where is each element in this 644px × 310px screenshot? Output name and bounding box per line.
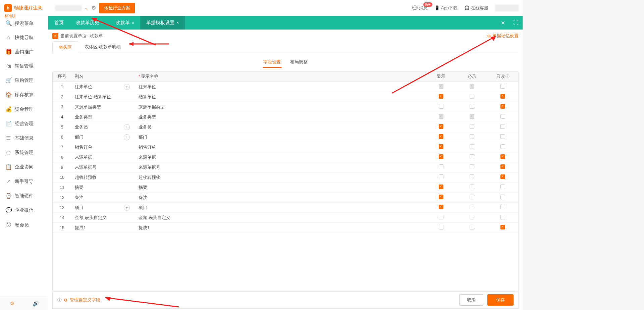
checkbox[interactable]	[439, 124, 443, 129]
app-download-link[interactable]: 📱 App下载	[434, 5, 458, 11]
sidebar-item[interactable]: 💬企业微信	[0, 203, 48, 217]
checkbox[interactable]	[439, 104, 443, 109]
sidebar-item[interactable]: ◌系统管理	[0, 145, 48, 160]
sidebar-item[interactable]: ☰基础信息	[0, 131, 48, 145]
sidebar-item[interactable]: ⌂快捷导航	[0, 31, 48, 45]
subtab-header-area[interactable]: 表头区	[52, 41, 78, 53]
memory-settings-link[interactable]: ⚙ 单据记忆设置	[487, 33, 519, 39]
checkbox[interactable]	[500, 164, 505, 169]
checkbox[interactable]	[439, 174, 443, 179]
fullscreen-icon[interactable]: ⛶	[509, 20, 523, 26]
plus-icon[interactable]: +	[124, 134, 130, 140]
plus-icon[interactable]: +	[124, 124, 130, 130]
grid-body[interactable]: 1往来单位+往来单位2往来单位.结算单位结算单位3来源单据类型来源单据类型4业务…	[53, 82, 518, 291]
checkbox[interactable]	[439, 134, 443, 139]
innertab-field-settings[interactable]: 字段设置	[263, 57, 281, 68]
cell-displayname[interactable]: 来源单据类型	[135, 102, 426, 112]
checkbox[interactable]	[439, 195, 443, 199]
checkbox[interactable]	[500, 174, 505, 179]
checkbox[interactable]	[500, 185, 505, 189]
cell-displayname[interactable]: 提成1	[135, 223, 426, 233]
tab-template-settings[interactable]: 单据模板设置×	[140, 16, 185, 30]
plus-icon[interactable]: +	[124, 84, 130, 90]
innertab-layout[interactable]: 布局调整	[289, 57, 308, 68]
tab-receipt[interactable]: 收款单×	[110, 16, 140, 30]
collapse-button[interactable]: »	[52, 33, 58, 39]
sidebar-item[interactable]: 🛒采购管理	[0, 73, 48, 88]
checkbox[interactable]	[500, 104, 505, 109]
sidebar-item[interactable]: 🎁营销推广	[0, 45, 48, 59]
checkbox[interactable]	[470, 215, 474, 219]
checkbox[interactable]	[470, 104, 474, 109]
checkbox[interactable]	[439, 205, 443, 209]
sidebar-item[interactable]: 📄经营管理	[0, 116, 48, 131]
cell-displayname[interactable]: 备注	[135, 193, 426, 203]
cell-displayname[interactable]: 金额-表头自定义	[135, 213, 426, 223]
checkbox[interactable]	[470, 205, 474, 209]
sidebar-item[interactable]: 💰资金管理	[0, 102, 48, 116]
tab-home[interactable]: 首页	[48, 16, 70, 30]
checkbox[interactable]	[439, 164, 443, 169]
checkbox[interactable]	[500, 195, 505, 199]
sidebar-item[interactable]: Ⓥ畅会员	[0, 217, 48, 232]
cell-displayname[interactable]: 项目	[135, 203, 426, 213]
checkbox[interactable]	[439, 144, 443, 149]
checkbox[interactable]	[470, 124, 474, 129]
close-icon[interactable]: ×	[176, 20, 179, 25]
cell-displayname[interactable]: 销售订单	[135, 142, 426, 152]
checkbox[interactable]	[500, 215, 505, 219]
cell-displayname[interactable]: 来源单据	[135, 152, 426, 162]
cell-displayname[interactable]: 往来单位	[135, 82, 426, 92]
checkbox[interactable]	[470, 185, 474, 189]
checkbox[interactable]	[500, 114, 505, 119]
sidebar-item[interactable]: ⌚智能硬件	[0, 189, 48, 203]
trial-button[interactable]: 体验行业方案	[99, 3, 135, 13]
org-selector[interactable]: ⌄	[55, 5, 88, 11]
close-all-icon[interactable]: ✕	[497, 20, 509, 26]
checkbox[interactable]	[470, 164, 474, 169]
checkbox[interactable]	[439, 154, 443, 159]
settings-icon[interactable]: ⚙	[0, 297, 24, 310]
checkbox[interactable]	[500, 225, 505, 229]
checkbox[interactable]	[470, 174, 474, 179]
sidebar-item[interactable]: 🏠库存核算	[0, 88, 48, 102]
tab-receipt-history[interactable]: 收款单历史×	[70, 16, 110, 30]
subtab-body-area[interactable]: 表体区-收款单明细	[78, 41, 127, 53]
checkbox[interactable]	[470, 144, 474, 149]
sidebar-item[interactable]: 🛍销售管理	[0, 59, 48, 73]
checkbox[interactable]	[500, 94, 505, 99]
cell-displayname[interactable]: 来源单据号	[135, 162, 426, 172]
sidebar-item[interactable]: ↗新手引导	[0, 174, 48, 189]
save-button[interactable]: 保存	[487, 294, 514, 306]
checkbox[interactable]	[500, 154, 505, 159]
checkbox[interactable]	[500, 144, 505, 149]
checkbox[interactable]	[439, 185, 443, 189]
checkbox[interactable]	[470, 94, 474, 99]
checkbox[interactable]	[500, 84, 505, 89]
checkbox[interactable]	[470, 225, 474, 229]
sidebar-item[interactable]: 📋企业协同	[0, 160, 48, 174]
gear-icon[interactable]: ⚙	[91, 5, 96, 11]
cell-displayname[interactable]: 结算单位	[135, 92, 426, 102]
close-icon[interactable]: ×	[101, 20, 104, 25]
checkbox[interactable]	[439, 215, 443, 219]
checkbox[interactable]	[470, 134, 474, 139]
cell-displayname[interactable]: 超收转预收	[135, 172, 426, 183]
checkbox[interactable]	[470, 154, 474, 159]
messages-link[interactable]: 💬 消息 99+	[412, 5, 428, 11]
checkbox[interactable]	[500, 205, 505, 209]
cell-displayname[interactable]: 业务类型	[135, 112, 426, 122]
cell-displayname[interactable]: 摘要	[135, 183, 426, 193]
plus-icon[interactable]: +	[124, 205, 130, 211]
cell-displayname[interactable]: 部门	[135, 132, 426, 142]
manage-custom-fields-link[interactable]: ⓘ ⚙ 管理自定义字段	[57, 297, 100, 303]
checkbox[interactable]	[439, 225, 443, 229]
checkbox[interactable]	[470, 195, 474, 199]
cell-displayname[interactable]: 业务员	[135, 122, 426, 132]
checkbox[interactable]	[500, 134, 505, 139]
support-link[interactable]: 🎧 在线客服	[464, 5, 488, 11]
close-icon[interactable]: ×	[132, 20, 134, 25]
sound-icon[interactable]: 🔊	[24, 297, 48, 310]
cancel-button[interactable]: 取消	[459, 294, 483, 306]
checkbox[interactable]	[439, 94, 443, 99]
